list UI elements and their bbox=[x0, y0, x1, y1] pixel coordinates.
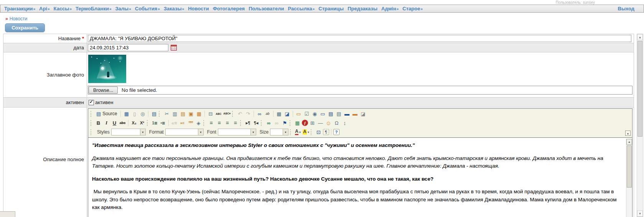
bg-color-icon[interactable]: A▾ bbox=[302, 129, 310, 135]
nav-item-old[interactable]: Старое» bbox=[402, 6, 423, 11]
editor-document[interactable]: "Известная певица рассказала в эксклюзив… bbox=[88, 139, 626, 217]
chevron-down-icon[interactable]: ▾ bbox=[250, 129, 256, 135]
nav-item-transactions[interactable]: Транзакции» bbox=[4, 6, 35, 11]
link-icon[interactable]: ∞ bbox=[265, 119, 272, 126]
redo-icon[interactable]: ↷ bbox=[244, 110, 252, 117]
nav-item-pages[interactable]: Страницы bbox=[318, 6, 344, 11]
undo-icon[interactable]: ↶ bbox=[236, 110, 244, 117]
maximize-icon[interactable]: ⊡ bbox=[315, 129, 322, 135]
nav-item-api[interactable]: Api» bbox=[39, 6, 50, 11]
image-button-icon[interactable]: ▬ bbox=[351, 110, 359, 117]
dropdown-value[interactable]: ▾ bbox=[270, 129, 288, 135]
chevron-down-icon[interactable]: ▾ bbox=[283, 129, 288, 135]
chevron-down-icon[interactable]: ▾ bbox=[140, 129, 145, 135]
text-field-icon[interactable]: ▭ bbox=[319, 110, 326, 117]
subscript-icon[interactable]: X₂ bbox=[130, 119, 138, 126]
nav-item-preorders[interactable]: Предзаказы bbox=[348, 6, 377, 11]
browse-button[interactable]: Browse... bbox=[89, 86, 118, 94]
templates-icon[interactable]: ▤ bbox=[150, 110, 158, 117]
paste-icon[interactable]: ▤ bbox=[179, 110, 186, 117]
bidi-rtl-icon[interactable]: ¶◂ bbox=[252, 119, 260, 126]
form-icon[interactable]: ▭ bbox=[295, 110, 302, 117]
smiley-icon[interactable]: ☺ bbox=[325, 119, 332, 126]
replace-icon[interactable]: ab bbox=[264, 110, 271, 117]
select-all-icon[interactable]: ▩ bbox=[275, 110, 283, 117]
spell-check-icon[interactable]: ABC bbox=[215, 110, 222, 117]
italic-icon[interactable]: I bbox=[103, 119, 110, 126]
paste-from-word-icon[interactable]: ▦ bbox=[195, 110, 203, 117]
nav-item-cash-desks[interactable]: Кассы» bbox=[54, 6, 72, 11]
nav-item-halls[interactable]: Залы» bbox=[115, 6, 131, 11]
numbered-list-icon[interactable]: 1≣ bbox=[151, 119, 158, 126]
nav-item-mailing[interactable]: Рассылка» bbox=[288, 6, 315, 11]
show-blocks-icon[interactable]: ¶ bbox=[323, 129, 329, 135]
dropdown-value[interactable]: ▾ bbox=[165, 129, 204, 135]
nav-item-news[interactable]: Новости bbox=[188, 6, 209, 11]
bold-icon[interactable]: B bbox=[95, 119, 102, 126]
paste-text-icon[interactable]: ▣ bbox=[187, 110, 194, 117]
nav-item-orders[interactable]: Заказы» bbox=[164, 6, 184, 11]
nav-item-events[interactable]: События» bbox=[135, 6, 160, 11]
breadcrumb-news-link[interactable]: Новости bbox=[10, 16, 27, 21]
nav-item-admin[interactable]: Адмін» bbox=[381, 6, 399, 11]
table-icon[interactable]: ⊞ bbox=[309, 119, 316, 126]
nav-item-thermo-blanks[interactable]: ТермоБланки» bbox=[76, 6, 111, 11]
page-scrollbar[interactable]: ▲ ▼ bbox=[637, 34, 643, 217]
file-input[interactable]: Browse... No file selected. bbox=[88, 86, 632, 95]
underline-icon[interactable]: U bbox=[111, 119, 118, 126]
image-icon[interactable]: ▦ bbox=[294, 119, 301, 126]
anchor-icon[interactable]: ⚑ bbox=[281, 119, 288, 126]
bulleted-list-icon[interactable]: •≣ bbox=[159, 119, 166, 126]
size-dropdown[interactable]: Size▾ bbox=[258, 129, 288, 135]
radio-button-icon[interactable]: ◉ bbox=[311, 110, 318, 117]
dropdown-value[interactable]: ▾ bbox=[218, 129, 256, 135]
remove-format-icon[interactable]: ◪ bbox=[283, 110, 291, 117]
spell-check-toggle-icon[interactable]: ABC▾ bbox=[223, 110, 231, 117]
hidden-field-icon[interactable]: ◪ bbox=[359, 110, 367, 117]
justify-icon[interactable]: ≡ bbox=[232, 119, 239, 126]
editor-scrollbar[interactable]: ▲ bbox=[626, 139, 632, 217]
nav-item-photo-gallery[interactable]: Фотогалерея bbox=[213, 6, 245, 11]
logout-link[interactable]: Выход bbox=[618, 6, 634, 11]
source-button[interactable]: ▤Source bbox=[95, 110, 119, 117]
editor-scrollbar-thumb[interactable] bbox=[627, 145, 632, 188]
cut-icon[interactable]: ✂ bbox=[163, 110, 170, 117]
dropdown-value[interactable]: ▾ bbox=[111, 129, 146, 135]
format-dropdown[interactable]: Format▾ bbox=[147, 129, 204, 135]
about-icon[interactable]: ? bbox=[333, 129, 339, 135]
styles-dropdown[interactable]: Styles▾ bbox=[95, 129, 146, 135]
div-container-icon[interactable]: ◈ bbox=[195, 119, 202, 126]
bidi-ltr-icon[interactable]: ▸¶ bbox=[244, 119, 252, 126]
toolbar-collapse-button[interactable]: ▴ bbox=[625, 131, 631, 136]
print-icon[interactable]: ⊟ bbox=[207, 110, 214, 117]
page-scroll-up-icon[interactable]: ▲ bbox=[637, 34, 643, 40]
page-scroll-down-icon[interactable]: ▼ bbox=[637, 210, 643, 217]
title-input[interactable] bbox=[88, 35, 631, 42]
unlink-icon[interactable]: ∞ bbox=[273, 119, 280, 126]
horizontal-rule-icon[interactable]: ― bbox=[317, 119, 324, 126]
save-button[interactable]: Сохранить bbox=[5, 23, 45, 32]
indent-icon[interactable]: »≡ bbox=[179, 119, 186, 126]
textarea-icon[interactable]: ▤ bbox=[327, 110, 334, 117]
page-scrollbar-thumb[interactable] bbox=[637, 41, 642, 137]
nav-item-users[interactable]: Пользователи bbox=[249, 6, 284, 11]
button-field-icon[interactable]: ▬ bbox=[343, 110, 351, 117]
align-left-icon[interactable]: ≡ bbox=[208, 119, 215, 126]
special-char-icon[interactable]: Ω bbox=[333, 119, 340, 126]
font-dropdown[interactable]: Font▾ bbox=[205, 129, 256, 135]
select-field-icon[interactable]: ▤ bbox=[335, 110, 343, 117]
flash-icon[interactable]: ƒ bbox=[302, 120, 308, 126]
strike-icon[interactable]: abc bbox=[119, 119, 126, 126]
save-icon[interactable]: ▦ bbox=[123, 110, 130, 117]
text-color-icon[interactable]: A▾ bbox=[294, 129, 301, 135]
chevron-down-icon[interactable]: ▾ bbox=[198, 129, 203, 135]
align-center-icon[interactable]: ≡ bbox=[216, 119, 223, 126]
align-right-icon[interactable]: ≡ bbox=[224, 119, 231, 126]
new-page-icon[interactable]: ▯ bbox=[131, 110, 138, 117]
checkbox-field-icon[interactable]: ☑ bbox=[303, 110, 310, 117]
superscript-icon[interactable]: X² bbox=[138, 119, 146, 126]
preview-icon[interactable]: ◎ bbox=[139, 110, 146, 117]
active-checkbox[interactable]: ✓ bbox=[89, 100, 94, 105]
page-break-icon[interactable]: ↨ bbox=[341, 119, 348, 126]
copy-icon[interactable]: ▥ bbox=[171, 110, 178, 117]
